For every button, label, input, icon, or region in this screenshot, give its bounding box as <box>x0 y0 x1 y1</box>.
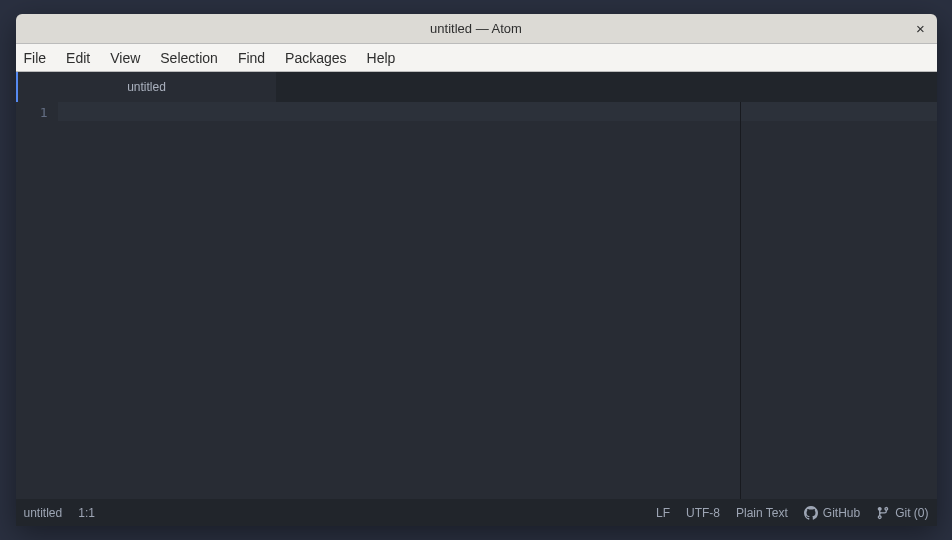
wrap-guide <box>740 102 741 499</box>
window-title: untitled — Atom <box>430 21 522 36</box>
menu-file[interactable]: File <box>18 47 57 69</box>
status-grammar[interactable]: Plain Text <box>736 506 788 520</box>
menu-find[interactable]: Find <box>228 47 275 69</box>
git-branch-icon <box>876 506 890 520</box>
status-line-ending[interactable]: LF <box>656 506 670 520</box>
status-github[interactable]: GitHub <box>804 506 860 520</box>
status-git[interactable]: Git (0) <box>876 506 928 520</box>
menu-edit[interactable]: Edit <box>56 47 100 69</box>
github-icon <box>804 506 818 520</box>
editor-area[interactable]: 1 <box>16 102 937 499</box>
tabbar: untitled <box>16 72 937 102</box>
tab-label: untitled <box>127 80 166 94</box>
line-number: 1 <box>16 103 58 122</box>
statusbar: untitled 1:1 LF UTF-8 Plain Text GitHub … <box>16 499 937 526</box>
menu-view[interactable]: View <box>100 47 150 69</box>
menu-help[interactable]: Help <box>357 47 406 69</box>
app-window: untitled — Atom × File Edit View Selecti… <box>16 14 937 526</box>
current-line-highlight <box>58 102 937 121</box>
menu-selection[interactable]: Selection <box>150 47 228 69</box>
status-filename[interactable]: untitled <box>24 506 63 520</box>
text-editor[interactable] <box>58 102 937 499</box>
status-cursor[interactable]: 1:1 <box>78 506 95 520</box>
close-icon[interactable]: × <box>911 18 931 38</box>
gutter: 1 <box>16 102 58 499</box>
status-encoding[interactable]: UTF-8 <box>686 506 720 520</box>
titlebar: untitled — Atom × <box>16 14 937 44</box>
menubar: File Edit View Selection Find Packages H… <box>16 44 937 72</box>
status-git-label: Git (0) <box>895 506 928 520</box>
status-github-label: GitHub <box>823 506 860 520</box>
menu-packages[interactable]: Packages <box>275 47 356 69</box>
tab-untitled[interactable]: untitled <box>16 72 276 102</box>
